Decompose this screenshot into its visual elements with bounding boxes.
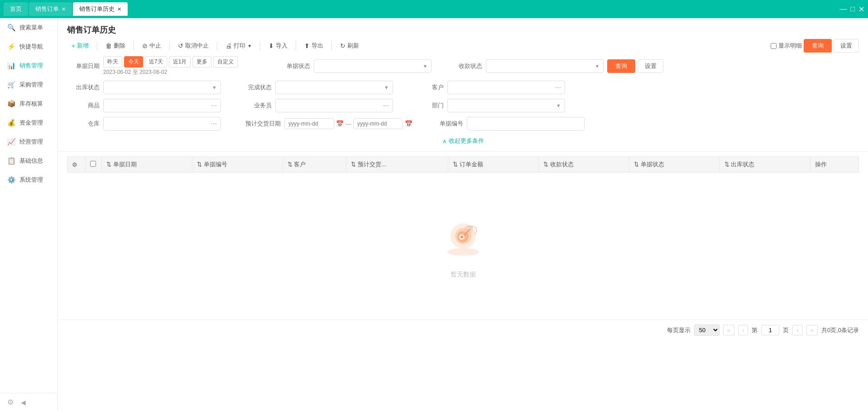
- tab-sales-order-history-close[interactable]: ✕: [117, 6, 121, 12]
- tab-sales-order-history[interactable]: 销售订单历史 ✕: [73, 2, 128, 16]
- sidebar-item-basic[interactable]: 📋 基础信息: [0, 151, 58, 170]
- col-number-sort-icon: ⇅: [197, 161, 202, 168]
- col-status[interactable]: ⇅ 单据状态: [629, 157, 719, 173]
- basic-icon: 📋: [7, 157, 16, 165]
- new-button[interactable]: + 新增: [67, 39, 93, 52]
- sidebar-item-quicknav[interactable]: ⚡ 快捷导航: [0, 37, 58, 56]
- col-amount[interactable]: ⇅ 订单金额: [448, 157, 539, 173]
- prev-page-button[interactable]: ‹: [738, 325, 748, 335]
- chevron-up-icon: ∧: [442, 138, 447, 145]
- sidebar-item-purchase[interactable]: 🛒 采购管理: [0, 75, 58, 94]
- print-icon: 🖨: [225, 42, 232, 49]
- sidebar-bottom: ⚙ ◀: [0, 393, 58, 411]
- warehouse-select[interactable]: ···: [103, 117, 221, 131]
- customer-select[interactable]: ···: [447, 81, 565, 94]
- tab-sales-order[interactable]: 销售订单 ✕: [29, 2, 72, 16]
- col-date[interactable]: ⇅ 单据日期: [102, 157, 192, 173]
- sidebar-item-sales[interactable]: 📊 销售管理: [0, 56, 58, 75]
- date-today-btn[interactable]: 今天: [124, 56, 143, 68]
- settings-button-inline[interactable]: 设置: [638, 59, 663, 73]
- tab-sales-order-close[interactable]: ✕: [62, 6, 66, 12]
- filter-area: 单据日期 昨天 今天 近7天 近1月 更多 自定义 2023-06-02 至 2…: [58, 56, 868, 152]
- delete-button[interactable]: 🗑 删除: [101, 39, 130, 52]
- sales-icon: 📊: [7, 62, 16, 70]
- first-page-button[interactable]: «: [723, 325, 734, 335]
- window-minimize-icon[interactable]: —: [839, 5, 847, 14]
- page-size-label: 每页显示: [667, 326, 691, 334]
- col-customer[interactable]: ⇅ 客户: [283, 157, 346, 173]
- warehouse-status-select[interactable]: ▼: [103, 81, 221, 94]
- select-all-checkbox[interactable]: [90, 161, 96, 167]
- pagination-bar: 每页显示 10 20 50 100 « ‹ 第 页 › » 共0页,0条记录: [58, 319, 868, 340]
- department-select[interactable]: ▼: [447, 99, 565, 112]
- settings-button[interactable]: 设置: [834, 39, 859, 53]
- filter-row-2: 出库状态 ▼ 完成状态 ▼ 客户 ···: [67, 81, 859, 94]
- date-7days-btn[interactable]: 近7天: [145, 56, 167, 68]
- product-dots-icon[interactable]: ···: [211, 102, 217, 110]
- query-button[interactable]: 查询: [804, 39, 832, 53]
- table-settings-icon[interactable]: ⚙: [72, 161, 77, 168]
- product-label: 商品: [67, 102, 103, 110]
- table-area: ⚙ ⇅ 单据日期 ⇅ 单据编号: [58, 152, 868, 319]
- sidebar-item-finance[interactable]: 💰 资金管理: [0, 113, 58, 132]
- warehouse-dots-icon[interactable]: ···: [211, 120, 217, 128]
- status-label: 单据状态: [278, 62, 314, 70]
- col-delivery[interactable]: ⇅ 预计交货...: [346, 157, 448, 173]
- status-select[interactable]: ▼: [314, 59, 432, 73]
- page-number-input[interactable]: [761, 325, 779, 335]
- page-size-select[interactable]: 10 20 50 100: [694, 324, 719, 336]
- customer-dots-icon[interactable]: ···: [555, 83, 561, 92]
- empty-state: 暂无数据: [67, 173, 859, 315]
- order-number-input[interactable]: [467, 117, 585, 131]
- date-yesterday-btn[interactable]: 昨天: [103, 56, 122, 68]
- tab-home[interactable]: 首页: [4, 2, 28, 16]
- department-label: 部门: [411, 102, 447, 110]
- export-button[interactable]: ⬆ 导出: [300, 39, 328, 52]
- complete-status-select[interactable]: ▼: [275, 81, 393, 94]
- empty-text: 暂无数据: [451, 271, 476, 279]
- display-toggle-checkbox[interactable]: [771, 43, 777, 49]
- toolbar-sep-3: [169, 41, 170, 50]
- refresh-button[interactable]: ↻ 刷新: [336, 39, 364, 52]
- product-select[interactable]: ···: [103, 99, 221, 112]
- calendar-start-icon[interactable]: 📅: [336, 120, 344, 127]
- toolbar-sep-4: [217, 41, 217, 50]
- salesperson-dots-icon[interactable]: ···: [383, 102, 389, 110]
- last-page-button[interactable]: »: [806, 325, 818, 335]
- sidebar-collapse-icon[interactable]: ◀: [21, 399, 26, 406]
- sidebar-item-business[interactable]: 📈 经营管理: [0, 132, 58, 151]
- delivery-date-start[interactable]: [284, 118, 334, 129]
- date-custom-btn[interactable]: 自定义: [213, 56, 238, 68]
- next-page-button[interactable]: ›: [792, 325, 802, 335]
- col-warehouse[interactable]: ⇅ 出库状态: [719, 157, 810, 173]
- collapse-row[interactable]: ∧ 收起更多条件: [67, 135, 859, 147]
- table-settings-th[interactable]: ⚙: [67, 157, 86, 173]
- import-button[interactable]: ⬇ 导入: [264, 39, 292, 52]
- print-button[interactable]: 🖨 打印 ▼: [221, 39, 256, 52]
- window-close-icon[interactable]: ✕: [858, 5, 864, 14]
- cancel-stop-button[interactable]: ↺ 取消中止: [173, 39, 213, 52]
- col-date-sort-icon: ⇅: [106, 161, 111, 168]
- salesperson-select[interactable]: ···: [275, 99, 393, 112]
- stop-button[interactable]: ⊘ 中止: [138, 39, 166, 52]
- table-check-th[interactable]: [86, 157, 102, 173]
- col-payment[interactable]: ⇅ 收款状态: [538, 157, 629, 173]
- col-number[interactable]: ⇅ 单据编号: [192, 157, 283, 173]
- payment-status-select[interactable]: ▼: [486, 59, 604, 73]
- delivery-date-end[interactable]: [353, 118, 403, 129]
- page-label-pre: 第: [752, 326, 758, 334]
- calendar-end-icon[interactable]: 📅: [405, 120, 412, 127]
- page-title: 销售订单历史: [58, 18, 868, 35]
- display-toggle-label[interactable]: 显示明细: [771, 42, 802, 50]
- filter-row-3: 商品 ··· 业务员 ··· 部门 ▼: [67, 99, 859, 112]
- date-more-btn[interactable]: 更多: [192, 56, 211, 68]
- date-1month-btn[interactable]: 近1月: [169, 56, 191, 68]
- toolbar-right: 显示明细 查询 设置: [771, 39, 859, 53]
- sidebar-settings-icon[interactable]: ⚙: [7, 398, 14, 406]
- col-delivery-sort-icon: ⇅: [351, 161, 356, 168]
- sidebar-item-search[interactable]: 🔍 搜索菜单: [0, 18, 58, 37]
- window-maximize-icon[interactable]: □: [850, 5, 855, 14]
- query-button-inline[interactable]: 查询: [607, 59, 635, 73]
- sidebar-item-system[interactable]: ⚙️ 系统管理: [0, 170, 58, 189]
- sidebar-item-inventory[interactable]: 📦 库存核算: [0, 94, 58, 113]
